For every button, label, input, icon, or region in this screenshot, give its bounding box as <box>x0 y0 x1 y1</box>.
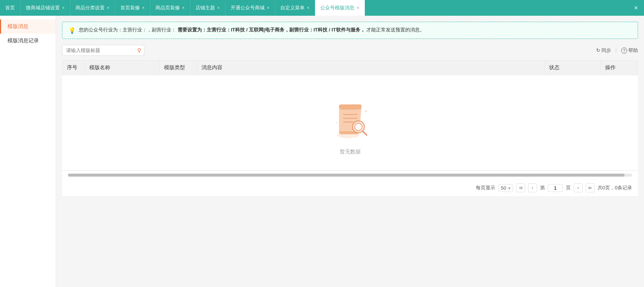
sidebar: 模版消息 模版消息记录 <box>0 16 56 287</box>
page-suffix: 页 <box>566 184 571 191</box>
col-content: 消息内容 <box>197 61 545 75</box>
col-type: 模版类型 <box>160 61 197 75</box>
svg-line-6 <box>363 131 367 135</box>
empty-state: ✦ ✦ 暂无数据 <box>62 75 638 170</box>
nav-tab-category-label: 商品分类设置 <box>76 4 105 11</box>
page-prefix: 第 <box>540 184 545 191</box>
table-header-row: 序号 模版名称 模版类型 消息内容 状态 操作 <box>62 61 638 75</box>
col-status: 状态 <box>545 61 601 75</box>
col-index: 序号 <box>62 61 85 75</box>
sync-label: 同步 <box>601 47 611 54</box>
nav-tab-shop-settings[interactable]: 微商城店铺设置 × <box>21 0 70 16</box>
nav-tab-template-msg[interactable]: 公众号模版消息 × <box>315 0 365 16</box>
nav-tab-theme-close[interactable]: × <box>217 5 220 10</box>
svg-text:✦: ✦ <box>364 109 367 113</box>
nav-tab-wechat-mall-close[interactable]: × <box>267 5 269 10</box>
sync-icon: ↻ <box>596 48 600 53</box>
nav-tab-home-decor-label: 首页装修 <box>120 4 140 11</box>
sidebar-item-template-msg-log[interactable]: 模版消息记录 <box>0 34 56 48</box>
nav-tab-category[interactable]: 商品分类设置 × <box>70 0 115 16</box>
nav-tab-custom-menu-close[interactable]: × <box>307 5 309 10</box>
nav-tab-home-decor[interactable]: 首页装修 × <box>115 0 150 16</box>
nav-tab-category-close[interactable]: × <box>107 5 110 10</box>
page-size-label: 每页显示 <box>476 184 495 191</box>
nav-tab-wechat-mall[interactable]: 开通公众号商城 × <box>225 0 275 16</box>
col-action: 操作 <box>601 61 638 75</box>
nav-tab-home-label: 首页 <box>5 4 15 11</box>
nav-tab-wechat-mall-label: 开通公众号商城 <box>231 4 265 11</box>
col-name: 模版名称 <box>85 61 160 75</box>
page-size-value: 50 <box>501 185 506 191</box>
notice-text: 您的公众号行业为：主营行业：，副营行业： 需要设置为：主营行业：IT科技 / 互… <box>79 27 425 33</box>
empty-illustration: ✦ ✦ <box>328 98 373 143</box>
close-all-button[interactable]: × <box>628 0 644 16</box>
page-size-chevron: ∨ <box>508 186 511 190</box>
last-page-button[interactable]: ⊳ <box>586 183 595 192</box>
page-number-input[interactable] <box>548 184 563 192</box>
main-layout: 模版消息 模版消息记录 💡 您的公众号行业为：主营行业：，副营行业： 需要设置为… <box>0 16 644 287</box>
svg-text:✦: ✦ <box>335 121 338 125</box>
nav-tab-custom-menu[interactable]: 自定义菜单 × <box>275 0 315 16</box>
next-page-button[interactable]: › <box>574 183 583 192</box>
nav-tab-product-decor[interactable]: 商品页装修 × <box>150 0 190 16</box>
sync-button[interactable]: ↻ 同步 <box>596 47 611 54</box>
pagination: 每页显示 50 ∨ ⊲ ‹ 第 页 › ⊳ 共0页，0条记录 <box>62 180 638 196</box>
nav-tab-shop-settings-close[interactable]: × <box>62 5 65 10</box>
content-area: 💡 您的公众号行业为：主营行业：，副营行业： 需要设置为：主营行业：IT科技 /… <box>56 16 644 287</box>
first-page-button[interactable]: ⊲ <box>516 183 525 192</box>
help-icon: ? <box>621 48 627 54</box>
help-button[interactable]: ? 帮助 <box>621 47 638 54</box>
scrollbar-area <box>62 170 638 180</box>
toolbar-right: ↻ 同步 | ? 帮助 <box>596 47 638 54</box>
nav-tab-custom-menu-label: 自定义菜单 <box>280 4 305 11</box>
total-text: 共0页，0条记录 <box>598 184 632 191</box>
svg-point-5 <box>355 123 362 131</box>
top-nav: 首页 微商城店铺设置 × 商品分类设置 × 首页装修 × 商品页装修 × 店铺主… <box>0 0 644 16</box>
page-size-select[interactable]: 50 ∨ <box>498 184 513 192</box>
nav-tab-template-msg-close[interactable]: × <box>357 5 359 10</box>
nav-tab-home-decor-close[interactable]: × <box>142 5 145 10</box>
nav-tab-shop-settings-label: 微商城店铺设置 <box>26 4 60 11</box>
sidebar-item-template-msg[interactable]: 模版消息 <box>0 19 56 34</box>
search-bar: ⚲ ↻ 同步 | ? 帮助 <box>62 45 638 56</box>
toolbar-divider: | <box>616 48 617 53</box>
nav-tab-template-msg-label: 公众号模版消息 <box>320 4 354 11</box>
data-table: 序号 模版名称 模版类型 消息内容 状态 操作 <box>62 60 638 170</box>
nav-tab-product-decor-label: 商品页装修 <box>155 4 180 11</box>
scrollbar-thumb[interactable] <box>68 174 625 177</box>
notice-banner: 💡 您的公众号行业为：主营行业：，副营行业： 需要设置为：主营行业：IT科技 /… <box>62 22 638 39</box>
search-button[interactable]: ⚲ <box>137 47 141 54</box>
nav-tab-home[interactable]: 首页 <box>0 0 21 16</box>
nav-tab-product-decor-close[interactable]: × <box>182 5 185 10</box>
table-wrapper: 序号 模版名称 模版类型 消息内容 状态 操作 <box>62 60 638 170</box>
search-input[interactable] <box>62 45 144 56</box>
empty-text: 暂无数据 <box>340 149 361 155</box>
empty-row: ✦ ✦ 暂无数据 <box>62 75 638 171</box>
notice-highlight: 需要设置为：主营行业：IT科技 / 互联网|电子商务，副营行业：IT科技 / I… <box>178 27 365 33</box>
nav-tab-theme[interactable]: 店铺主题 × <box>190 0 225 16</box>
prev-page-button[interactable]: ‹ <box>528 183 537 192</box>
nav-tab-theme-label: 店铺主题 <box>195 4 215 11</box>
help-label: 帮助 <box>628 47 638 54</box>
scrollbar-track[interactable] <box>68 174 632 177</box>
search-input-wrap: ⚲ <box>62 45 144 56</box>
notice-icon: 💡 <box>68 27 76 34</box>
